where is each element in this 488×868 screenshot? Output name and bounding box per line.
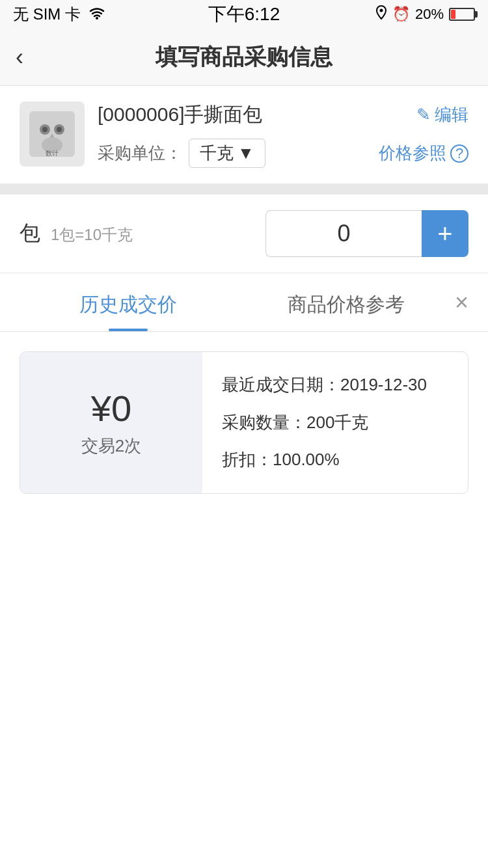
tab-price-reference[interactable]: 商品价格参考 [237, 273, 454, 331]
quantity-label-wrap: 包 1包=10千克 [20, 219, 133, 248]
history-content: ¥0 交易2次 最近成交日期：2019-12-30 采购数量：200千克 折扣：… [0, 332, 488, 513]
status-right: ⏰ 20% [375, 5, 475, 23]
edit-label: 编辑 [435, 103, 468, 126]
product-logo: 数计 [29, 111, 75, 157]
product-unit-row: 采购单位： 千克 ▼ 价格参照 ? [98, 139, 468, 168]
product-info: [0000006]手撕面包 ✎ 编辑 采购单位： 千克 ▼ 价格参照 ? [98, 102, 468, 168]
price-ref-button[interactable]: 价格参照 ? [379, 142, 468, 165]
empty-content-area [0, 513, 488, 868]
quantity-row: 包 1包=10千克 + [0, 195, 488, 273]
section-divider [0, 184, 488, 195]
tabs-panel: 历史成交价 商品价格参考 × ¥0 交易2次 最近成交日期：2019-12-30… [0, 273, 488, 513]
tab-reference-label: 商品价格参考 [288, 293, 405, 315]
purchase-quantity-value: 200千克 [306, 413, 368, 432]
quantity-conversion: 1包=10千克 [51, 224, 133, 245]
product-header: [0000006]手撕面包 ✎ 编辑 [98, 102, 468, 128]
price-ref-label: 价格参照 [379, 142, 446, 165]
tabs-header: 历史成交价 商品价格参考 × [0, 273, 488, 332]
battery-percent: 20% [415, 6, 444, 23]
discount-label: 折扣： [222, 450, 273, 469]
product-image: 数计 [20, 102, 85, 167]
product-top: 数计 [0000006]手撕面包 ✎ 编辑 采购单位： 千克 ▼ [20, 102, 468, 168]
nav-bar: ‹ 填写商品采购信息 [0, 29, 488, 86]
alarm-icon: ⏰ [392, 6, 410, 23]
history-date-row: 最近成交日期：2019-12-30 [222, 372, 448, 399]
history-discount-row: 折扣：100.00% [222, 446, 448, 474]
product-name: [0000006]手撕面包 [98, 102, 262, 128]
svg-text:数计: 数计 [46, 150, 59, 157]
carrier-text: 无 SIM 卡 [13, 4, 81, 25]
history-details-section: 最近成交日期：2019-12-30 采购数量：200千克 折扣：100.00% [202, 352, 468, 493]
wifi-icon [87, 5, 107, 23]
history-price-value: ¥0 [91, 387, 131, 429]
recent-date-label: 最近成交日期： [222, 375, 340, 394]
battery-icon [449, 8, 475, 21]
svg-point-5 [42, 127, 47, 132]
status-time: 下午6:12 [208, 2, 280, 27]
product-card: 数计 [0000006]手撕面包 ✎ 编辑 采购单位： 千克 ▼ [0, 86, 488, 184]
quantity-input-wrap: + [265, 210, 468, 257]
price-ref-help-icon: ? [450, 144, 468, 163]
unit-value: 千克 [200, 142, 234, 165]
quantity-plus-button[interactable]: + [422, 210, 468, 257]
history-trades-count: 交易2次 [81, 435, 141, 457]
edit-icon: ✎ [416, 105, 431, 125]
discount-value: 100.00% [273, 450, 340, 469]
status-left: 无 SIM 卡 [13, 4, 107, 25]
status-bar: 无 SIM 卡 下午6:12 ⏰ 20% [0, 0, 488, 29]
svg-point-6 [57, 127, 62, 132]
svg-point-0 [96, 17, 98, 20]
unit-dropdown[interactable]: 千克 ▼ [189, 139, 265, 168]
purchase-quantity-label: 采购数量： [222, 413, 306, 432]
quantity-input[interactable] [265, 210, 422, 257]
edit-button[interactable]: ✎ 编辑 [416, 103, 468, 126]
unit-label: 采购单位： [98, 142, 182, 165]
tab-history-label: 历史成交价 [79, 293, 177, 315]
recent-date-value: 2019-12-30 [340, 375, 427, 394]
location-icon [375, 5, 387, 23]
page-title: 填写商品采购信息 [156, 42, 332, 72]
dropdown-arrow-icon: ▼ [237, 143, 254, 163]
history-price-section: ¥0 交易2次 [20, 352, 202, 493]
unit-selector-wrap: 采购单位： 千克 ▼ [98, 139, 265, 168]
history-card: ¥0 交易2次 最近成交日期：2019-12-30 采购数量：200千克 折扣：… [20, 351, 468, 494]
svg-point-1 [379, 9, 383, 12]
history-quantity-row: 采购数量：200千克 [222, 409, 448, 437]
back-button[interactable]: ‹ [16, 44, 23, 71]
quantity-unit-label: 包 [20, 219, 40, 248]
tab-close-button[interactable]: × [455, 276, 468, 329]
tab-history-price[interactable]: 历史成交价 [20, 273, 237, 331]
